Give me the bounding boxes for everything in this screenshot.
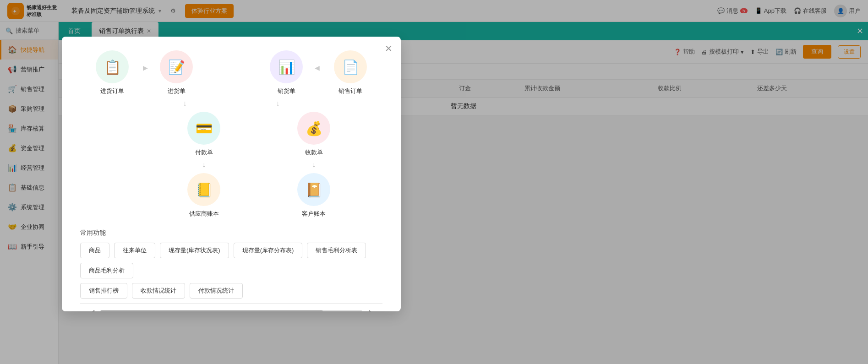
wf-circle-payment-bill: 💳 bbox=[187, 112, 220, 145]
app-container: ✦ 畅康通好生意 标准版 装备及固定资产辅助管理系统 ▾ ⚙ 体验行业方案 💬 … bbox=[0, 0, 868, 364]
arrow-down-purchase-bill: ↓ bbox=[158, 100, 212, 107]
workflow-diagram: 📋 进货订单 ▶ bbox=[80, 50, 382, 218]
overlay[interactable]: ✕ 📋 进货订单 bbox=[59, 40, 868, 364]
func-btn-7[interactable]: 收款情况统计 bbox=[132, 283, 185, 299]
arrow-down-icon-4: ↓ bbox=[312, 161, 316, 168]
scroll-bar-track[interactable] bbox=[100, 310, 362, 311]
modal: ✕ 📋 进货订单 bbox=[62, 40, 401, 311]
wf-node-customer-ledger[interactable]: 📔 客户账本 bbox=[282, 173, 346, 218]
arrow-down-icon-3: ↓ bbox=[202, 161, 206, 168]
func-buttons-row-2: 销售排行榜 收款情况统计 付款情况统计 bbox=[80, 283, 382, 299]
scroll-bar-area: ◀ ▶ bbox=[80, 303, 382, 311]
content-area: 首页 销售订单执行表 ✕ ✕ — 📅 bbox=[59, 22, 868, 364]
scroll-left-btn[interactable]: ◀ bbox=[87, 307, 97, 311]
common-funcs-section: 常用功能 商品 往来单位 现存量(库存状况表) 现存量(库存分布表) 销售毛利分… bbox=[80, 229, 382, 299]
arrow-down-icon-2: ↓ bbox=[276, 100, 280, 107]
wf-circle-purchase-bill: 📝 bbox=[160, 50, 193, 83]
workflow-arrows-row-2: ↓ ↓ bbox=[80, 161, 382, 168]
wf-node-payment-bill[interactable]: 💳 付款单 bbox=[172, 112, 236, 157]
arrow-down-payment: ↓ bbox=[172, 161, 236, 168]
wf-circle-purchase-order: 📋 bbox=[96, 50, 129, 83]
wf-circle-receipt-bill: 💰 bbox=[297, 112, 330, 145]
wf-node-supplier-ledger[interactable]: 📒 供应商账本 bbox=[172, 173, 236, 218]
modal-close-btn[interactable]: ✕ bbox=[385, 43, 393, 54]
func-btn-1[interactable]: 往来单位 bbox=[114, 243, 155, 258]
workflow-row-3: 📒 供应商账本 📔 客户账本 bbox=[80, 173, 382, 218]
arrow-down-receipt: ↓ bbox=[282, 161, 346, 168]
func-btn-4[interactable]: 销售毛利分析表 bbox=[307, 243, 366, 258]
wf-node-sales-order[interactable]: 📄 销售订单 bbox=[318, 50, 382, 95]
wf-node-purchase-order[interactable]: 📋 进货订单 bbox=[80, 50, 144, 95]
wf-node-receipt-bill[interactable]: 💰 收款单 bbox=[282, 112, 346, 157]
func-btn-0[interactable]: 商品 bbox=[80, 243, 109, 258]
page-content: — 📅 单据状态 ▾ ❓ 帮助 🖨 bbox=[59, 40, 868, 364]
func-btn-8[interactable]: 付款情况统计 bbox=[190, 283, 243, 299]
func-buttons-row-1: 商品 往来单位 现存量(库存状况表) 现存量(库存分布表) 销售毛利分析表 商品… bbox=[80, 243, 382, 278]
arrow-down-sales-bill: ↓ bbox=[251, 100, 305, 107]
workflow-arrows-row: ↓ ↓ bbox=[80, 100, 382, 107]
func-btn-3[interactable]: 现存量(库存分布表) bbox=[234, 243, 303, 258]
common-funcs-title: 常用功能 bbox=[80, 229, 382, 237]
wf-circle-supplier-ledger: 📒 bbox=[187, 173, 220, 206]
scroll-right-btn[interactable]: ▶ bbox=[366, 307, 375, 311]
wf-circle-customer-ledger: 📔 bbox=[297, 173, 330, 206]
func-btn-5[interactable]: 商品毛利分析 bbox=[80, 263, 133, 278]
wf-node-purchase-bill[interactable]: 📝 进货单 bbox=[144, 50, 208, 95]
func-btn-2[interactable]: 现存量(库存状况表) bbox=[160, 243, 229, 258]
arrow-down-icon-1: ↓ bbox=[183, 100, 186, 107]
wf-node-sales-bill[interactable]: 📊 销货单 bbox=[254, 50, 318, 95]
workflow-row-2: 💳 付款单 💰 收款单 bbox=[80, 112, 382, 157]
func-btn-6[interactable]: 销售排行榜 bbox=[80, 283, 127, 299]
main-area: 🔍 搜索菜单 🏠 快捷导航 📢 营销推广 🛒 销售管理 📦 采购管理 🏪 bbox=[0, 22, 868, 364]
wf-circle-sales-bill: 📊 bbox=[270, 50, 303, 83]
workflow-row-1: 📋 进货订单 ▶ bbox=[80, 50, 382, 95]
wf-circle-sales-order: 📄 bbox=[334, 50, 367, 83]
